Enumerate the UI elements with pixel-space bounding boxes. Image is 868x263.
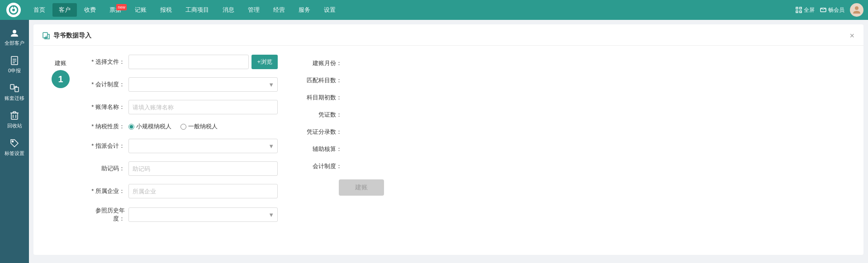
file-row: * 选择文件： +浏览 xyxy=(88,55,278,69)
file-icon xyxy=(9,56,19,66)
accounting-row: * 会计制度： ▼ xyxy=(88,77,278,92)
history-label: 参照历史年度： xyxy=(88,207,128,223)
nav-fee[interactable]: 收费 xyxy=(78,3,102,17)
user-avatar[interactable] xyxy=(850,3,863,17)
memo-input[interactable] xyxy=(128,161,278,176)
tag-icon xyxy=(9,138,19,148)
panel-header: 导爷数据导入 × xyxy=(33,24,863,46)
fullscreen-btn[interactable]: 全屏 xyxy=(796,6,815,14)
sidebar-label-tags: 标签设置 xyxy=(5,150,24,157)
vip-btn[interactable]: 畅会员 xyxy=(820,6,844,14)
sidebar: 全部客户 0申报 账套迁移 回收站 标签设置 xyxy=(0,20,29,263)
tax-radio-group: 小规模纳税人 一般纳税人 xyxy=(128,122,278,131)
info-voucher-entries: 凭证分录数： xyxy=(305,128,418,136)
svg-rect-16 xyxy=(11,113,18,119)
nav-message[interactable]: 消息 xyxy=(216,3,241,17)
sidebar-item-transfer[interactable]: 账套迁移 xyxy=(2,80,27,105)
svg-rect-5 xyxy=(796,11,798,13)
step-circle: 1 xyxy=(52,70,70,88)
info-match-label: 匹配科目数： xyxy=(305,76,346,85)
step-label: 建账 xyxy=(55,59,66,67)
svg-rect-15 xyxy=(15,87,19,92)
file-input[interactable] xyxy=(128,55,249,69)
svg-point-8 xyxy=(855,6,859,10)
tax-general-label: 一般纳税人 xyxy=(188,122,218,131)
user-icon xyxy=(9,28,19,38)
logo[interactable] xyxy=(5,1,23,19)
browse-button[interactable]: +浏览 xyxy=(251,55,278,69)
app-body: 全部客户 0申报 账套迁移 回收站 标签设置 xyxy=(0,20,868,263)
nav-service[interactable]: 服务 xyxy=(292,3,317,17)
history-row: 参照历史年度： ▼ xyxy=(88,207,278,223)
tax-row: * 纳税性质： 小规模纳税人 一般纳税人 xyxy=(88,122,278,131)
nav-items: 首页 客户 收费 票据 new 记账 报税 工商项目 消息 管理 经营 服务 设… xyxy=(27,3,796,17)
sidebar-label-zero-report: 0申报 xyxy=(8,67,21,74)
accounting-label: * 会计制度： xyxy=(88,80,128,89)
nav-invoice[interactable]: 票据 new xyxy=(103,3,128,17)
svg-rect-18 xyxy=(13,112,16,113)
info-accounting-system-label: 会计制度： xyxy=(305,162,346,170)
accountant-select-wrap: ▼ xyxy=(128,139,278,153)
nav-customer[interactable]: 客户 xyxy=(52,3,77,17)
info-accounting-system: 会计制度： xyxy=(305,162,418,170)
main-content: 导爷数据导入 × 建账 1 * 选择文件： +浏览 xyxy=(29,20,868,263)
sidebar-item-all-customers[interactable]: 全部客户 xyxy=(2,24,27,50)
ledger-input[interactable] xyxy=(128,100,278,114)
sidebar-label-customers: 全部客户 xyxy=(5,40,24,47)
build-account-button[interactable]: 建账 xyxy=(339,179,384,196)
nav-manage[interactable]: 管理 xyxy=(242,3,266,17)
history-select[interactable] xyxy=(128,207,278,222)
info-period: 科目期初数： xyxy=(305,94,418,102)
form-area: 建账 1 * 选择文件： +浏览 * 会计制度： xyxy=(33,46,863,240)
info-voucher-label: 凭证数： xyxy=(305,111,346,119)
sidebar-item-zero-report[interactable]: 0申报 xyxy=(2,52,27,78)
company-input[interactable] xyxy=(128,184,278,198)
nav-operation[interactable]: 经营 xyxy=(267,3,291,17)
sidebar-item-tags[interactable]: 标签设置 xyxy=(2,135,27,160)
svg-rect-14 xyxy=(10,85,14,89)
new-badge: new xyxy=(116,4,127,10)
info-month: 建账月份： xyxy=(305,59,418,67)
svg-rect-6 xyxy=(800,11,802,13)
svg-point-9 xyxy=(13,30,16,33)
panel-title-text: 导爷数据导入 xyxy=(53,32,91,40)
accountant-row: * 指派会计： ▼ xyxy=(88,139,278,153)
nav-tax[interactable]: 报税 xyxy=(154,3,178,17)
svg-rect-3 xyxy=(796,7,798,9)
info-section: 建账月份： 匹配科目数： 科目期初数： 凭证数： xyxy=(305,55,418,231)
nav-right: 全屏 畅会员 xyxy=(796,3,863,17)
info-month-label: 建账月份： xyxy=(305,59,346,67)
svg-rect-10 xyxy=(11,56,18,65)
tax-label: * 纳税性质： xyxy=(88,122,128,131)
import-icon xyxy=(43,32,50,39)
accounting-select[interactable] xyxy=(128,77,278,92)
panel-title: 导爷数据导入 xyxy=(43,32,91,40)
close-button[interactable]: × xyxy=(849,32,854,40)
accounting-select-wrap: ▼ xyxy=(128,77,278,92)
file-label: * 选择文件： xyxy=(88,58,128,66)
ledger-label: * 账簿名称： xyxy=(88,103,128,111)
svg-point-21 xyxy=(12,141,14,142)
nav-bookkeeping[interactable]: 记账 xyxy=(128,3,153,17)
info-aux-label: 辅助核算： xyxy=(305,145,346,153)
company-row: * 所属企业： xyxy=(88,184,278,198)
accountant-select[interactable] xyxy=(128,139,278,153)
form-fields: * 选择文件： +浏览 * 会计制度： ▼ xyxy=(88,55,278,231)
info-aux: 辅助核算： xyxy=(305,145,418,153)
info-match: 匹配科目数： xyxy=(305,76,418,85)
nav-business[interactable]: 工商项目 xyxy=(179,3,215,17)
info-voucher: 凭证数： xyxy=(305,111,418,119)
nav-settings[interactable]: 设置 xyxy=(318,3,342,17)
info-period-label: 科目期初数： xyxy=(305,94,346,102)
svg-rect-4 xyxy=(800,7,802,9)
memo-label: 助记码： xyxy=(88,164,128,173)
tax-small-radio[interactable]: 小规模纳税人 xyxy=(128,122,171,131)
sidebar-item-trash[interactable]: 回收站 xyxy=(2,107,27,133)
tax-general-radio[interactable]: 一般纳税人 xyxy=(180,122,218,131)
vip-label: 畅会员 xyxy=(828,6,844,14)
nav-home[interactable]: 首页 xyxy=(27,3,52,17)
fullscreen-label: 全屏 xyxy=(804,6,815,14)
company-label: * 所属企业： xyxy=(88,187,128,195)
trash-icon xyxy=(9,111,19,121)
svg-point-1 xyxy=(12,9,15,11)
